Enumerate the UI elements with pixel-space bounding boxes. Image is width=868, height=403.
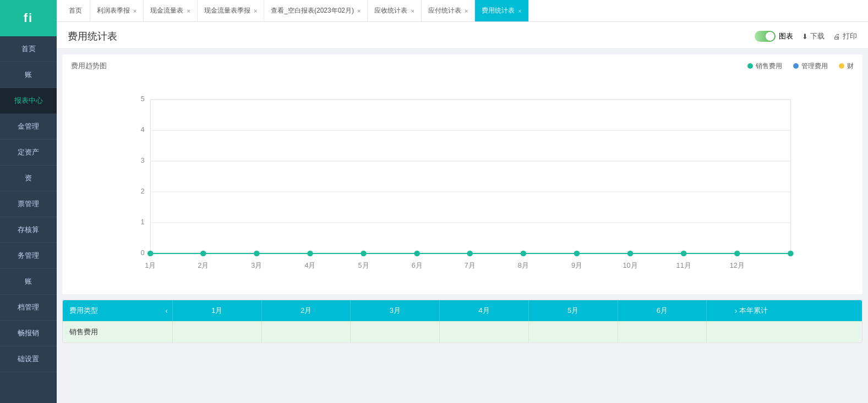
th-month-2: 2月 bbox=[262, 300, 351, 321]
legend-finance: 财 bbox=[839, 62, 854, 71]
close-tab-cashflow[interactable]: × bbox=[187, 8, 190, 14]
sidebar: fi 首页 账 报表中心 金管理 定资产 资 票管理 存核算 务管理 账 档管理… bbox=[0, 0, 57, 403]
svg-text:8月: 8月 bbox=[518, 262, 529, 269]
svg-point-13 bbox=[148, 251, 154, 257]
th-month-3: 3月 bbox=[351, 300, 440, 321]
svg-point-17 bbox=[361, 251, 367, 257]
svg-text:10月: 10月 bbox=[623, 262, 638, 269]
chart-section: 费用趋势图 销售费用 管理费用 财 bbox=[62, 54, 862, 294]
svg-point-23 bbox=[681, 251, 687, 257]
legend-dot-management bbox=[793, 63, 799, 69]
sidebar-item-services[interactable]: 务管理 bbox=[0, 243, 57, 269]
td-sales-m6 bbox=[618, 322, 707, 343]
chart-legend: 销售费用 管理费用 财 bbox=[747, 62, 854, 71]
content-area: 费用统计表 图表 ⬇ 下载 🖨 打印 费用趋势图 bbox=[57, 22, 868, 403]
sidebar-item-inventory[interactable]: 存核算 bbox=[0, 217, 57, 243]
svg-text:5月: 5月 bbox=[358, 262, 369, 269]
th-month-4: 4月 bbox=[440, 300, 529, 321]
th-expense-type: 费用类型 ‹ bbox=[63, 300, 173, 321]
close-tab-receivables[interactable]: × bbox=[411, 8, 414, 14]
close-tab-cashflow-quarterly[interactable]: × bbox=[254, 8, 257, 14]
sidebar-item-reports[interactable]: 报表中心 bbox=[0, 88, 57, 114]
print-icon: 🖨 bbox=[833, 32, 840, 41]
sidebar-item-settings[interactable]: 础设置 bbox=[0, 346, 57, 372]
close-tab-blank-report[interactable]: × bbox=[357, 8, 361, 14]
svg-point-25 bbox=[788, 251, 794, 257]
sidebar-logo: fi bbox=[0, 0, 57, 36]
sidebar-item-archive[interactable]: 档管理 bbox=[0, 295, 57, 321]
svg-point-16 bbox=[307, 251, 313, 257]
td-sales-label: 销售费用 bbox=[63, 322, 173, 343]
svg-point-21 bbox=[574, 251, 580, 257]
page-title: 费用统计表 bbox=[68, 30, 117, 43]
svg-point-19 bbox=[467, 251, 473, 257]
main-area: 首页 利润表季报 × 现金流量表 × 现金流量表季报 × 查看_空白报表(202… bbox=[57, 0, 868, 403]
svg-point-14 bbox=[200, 251, 206, 257]
sidebar-item-account[interactable]: 账 bbox=[0, 62, 57, 88]
svg-text:0: 0 bbox=[141, 249, 145, 257]
td-sales-m5 bbox=[529, 322, 618, 343]
svg-text:3月: 3月 bbox=[251, 262, 262, 269]
sidebar-item-home[interactable]: 首页 bbox=[0, 36, 57, 62]
chart-container: 0 1 2 3 4 5 bbox=[71, 76, 854, 285]
download-icon: ⬇ bbox=[802, 32, 808, 41]
chart-svg: 0 1 2 3 4 5 bbox=[71, 76, 854, 285]
print-button[interactable]: 🖨 打印 bbox=[833, 31, 857, 41]
svg-text:2: 2 bbox=[141, 187, 145, 195]
chart-toggle[interactable] bbox=[755, 31, 776, 42]
tab-payables[interactable]: 应付统计表 × bbox=[422, 0, 475, 22]
svg-text:1月: 1月 bbox=[145, 262, 156, 269]
sidebar-item-assets[interactable]: 定资产 bbox=[0, 140, 57, 165]
tab-blank-report[interactable]: 查看_空白报表(2023年02月) × bbox=[264, 0, 368, 22]
close-tab-payables[interactable]: × bbox=[465, 8, 468, 14]
td-sales-m2 bbox=[262, 322, 351, 343]
svg-text:3: 3 bbox=[141, 157, 145, 164]
sidebar-item-invoices[interactable]: 票管理 bbox=[0, 191, 57, 217]
close-tab-profit-quarterly[interactable]: × bbox=[133, 8, 137, 14]
svg-text:11月: 11月 bbox=[676, 262, 691, 269]
svg-text:12月: 12月 bbox=[730, 262, 745, 269]
svg-rect-12 bbox=[150, 100, 790, 253]
svg-text:7月: 7月 bbox=[465, 262, 476, 269]
close-tab-expenses[interactable]: × bbox=[518, 8, 521, 14]
tab-cashflow-quarterly[interactable]: 现金流量表季报 × bbox=[198, 0, 264, 22]
td-sales-ytd bbox=[707, 322, 796, 343]
chart-title: 费用趋势图 bbox=[71, 61, 107, 71]
td-sales-m4 bbox=[440, 322, 529, 343]
table-nav-prev[interactable]: ‹ bbox=[165, 306, 168, 315]
sidebar-item-ledger[interactable]: 账 bbox=[0, 269, 57, 295]
table-row-sales: 销售费用 bbox=[63, 321, 862, 343]
tab-home[interactable]: 首页 bbox=[61, 0, 90, 22]
svg-point-20 bbox=[521, 251, 527, 257]
tab-expenses[interactable]: 费用统计表 × bbox=[475, 0, 528, 22]
chart-toggle-group: 图表 bbox=[755, 31, 793, 42]
table-nav-next[interactable]: › bbox=[735, 306, 738, 315]
th-month-6: 6月 bbox=[618, 300, 707, 321]
svg-text:6月: 6月 bbox=[412, 262, 423, 269]
tab-bar: 首页 利润表季报 × 现金流量表 × 现金流量表季报 × 查看_空白报表(202… bbox=[57, 0, 868, 22]
svg-point-18 bbox=[414, 251, 420, 257]
tab-cashflow[interactable]: 现金流量表 × bbox=[144, 0, 197, 22]
svg-text:4月: 4月 bbox=[304, 262, 315, 269]
th-month-1: 1月 bbox=[173, 300, 262, 321]
legend-dot-finance bbox=[839, 63, 844, 69]
th-month-5: 5月 bbox=[529, 300, 618, 321]
tab-profit-quarterly[interactable]: 利润表季报 × bbox=[90, 0, 144, 22]
sidebar-item-reimbursement[interactable]: 畅报销 bbox=[0, 321, 57, 346]
svg-text:4: 4 bbox=[141, 126, 145, 134]
th-nav-next: › 本年累计 bbox=[707, 300, 796, 321]
td-sales-m1 bbox=[173, 322, 262, 343]
svg-point-24 bbox=[734, 251, 740, 257]
header-actions: 图表 ⬇ 下载 🖨 打印 bbox=[755, 31, 857, 42]
download-button[interactable]: ⬇ 下载 bbox=[802, 31, 825, 41]
svg-point-15 bbox=[254, 251, 260, 257]
sidebar-item-finance[interactable]: 金管理 bbox=[0, 114, 57, 140]
legend-sales: 销售费用 bbox=[747, 62, 782, 71]
sidebar-item-capital[interactable]: 资 bbox=[0, 165, 57, 191]
chart-toggle-label: 图表 bbox=[779, 31, 793, 41]
legend-label-sales: 销售费用 bbox=[756, 62, 782, 71]
expense-table: 费用类型 ‹ 1月 2月 3月 4月 5月 bbox=[62, 300, 862, 343]
chart-header: 费用趋势图 销售费用 管理费用 财 bbox=[71, 61, 854, 71]
svg-text:9月: 9月 bbox=[571, 262, 582, 269]
tab-receivables[interactable]: 应收统计表 × bbox=[368, 0, 421, 22]
